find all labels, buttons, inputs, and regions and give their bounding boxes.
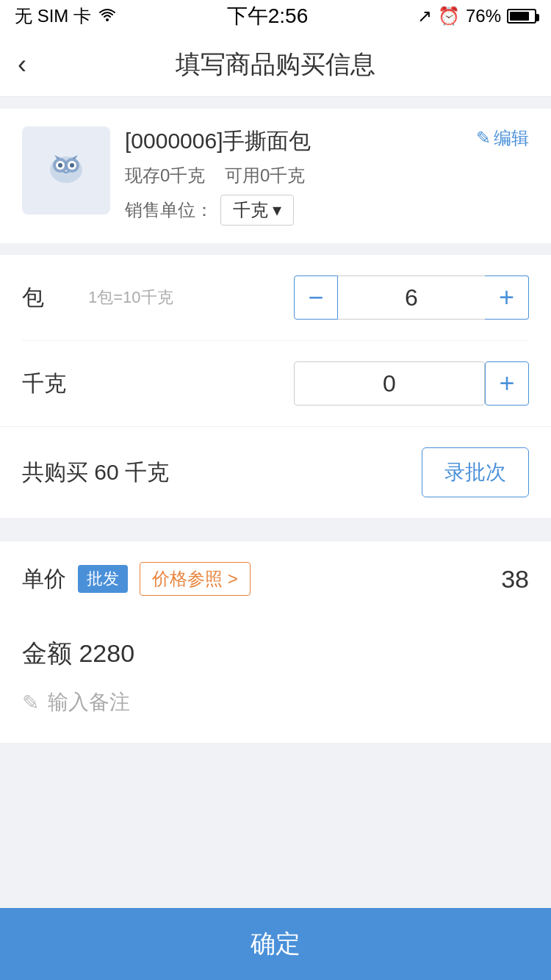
unit-select[interactable]: 千克 ▾ bbox=[220, 195, 294, 226]
qty-controls-bag: − + bbox=[294, 275, 529, 320]
stock-text: 现存0千克 bbox=[125, 165, 205, 185]
status-right: ↗ ⏰ 76% bbox=[417, 6, 536, 26]
qty-label-bag: 包 bbox=[22, 283, 81, 313]
unit-label: 销售单位： bbox=[125, 198, 213, 222]
qty-label-kg: 千克 bbox=[22, 369, 81, 399]
available-text: 可用0千克 bbox=[225, 165, 305, 185]
amount-label: 金额 2280 bbox=[22, 637, 529, 671]
unit-dropdown-icon: ▾ bbox=[273, 200, 281, 220]
svg-point-6 bbox=[58, 163, 62, 167]
qty-input-kg[interactable] bbox=[294, 361, 485, 406]
product-icon bbox=[44, 149, 88, 192]
page-title: 填写商品购买信息 bbox=[176, 48, 375, 82]
qty-controls-kg: + bbox=[294, 361, 529, 406]
increment-bag-button[interactable]: + bbox=[485, 275, 529, 320]
battery-icon bbox=[507, 9, 536, 24]
amount-card: 金额 2280 ✎ 输入备注 bbox=[0, 616, 551, 743]
qty-input-bag[interactable] bbox=[338, 275, 485, 320]
location-icon: ↗ bbox=[417, 6, 432, 26]
summary-row: 共购买 60 千克 录批次 bbox=[0, 426, 551, 518]
status-time: 下午2:56 bbox=[227, 2, 309, 30]
nav-bar: ‹ 填写商品购买信息 bbox=[0, 32, 551, 97]
edit-button[interactable]: ✎ 编辑 bbox=[476, 126, 529, 150]
top-divider bbox=[0, 97, 551, 109]
svg-point-0 bbox=[106, 18, 109, 21]
decrement-bag-button[interactable]: − bbox=[294, 275, 338, 320]
product-unit: 销售单位： 千克 ▾ bbox=[125, 195, 529, 226]
price-section: 单价 批发 价格参照 > 38 bbox=[0, 541, 551, 616]
qty-hint-bag: 1包=10千克 bbox=[88, 287, 294, 309]
increment-kg-button[interactable]: + bbox=[485, 361, 529, 406]
confirm-button[interactable]: 确定 bbox=[251, 927, 300, 961]
quantity-row-kg: 千克 + bbox=[22, 341, 529, 426]
product-stock: 现存0千克 可用0千克 bbox=[125, 164, 529, 187]
product-thumbnail bbox=[22, 126, 110, 215]
battery-percent: 76% bbox=[466, 6, 501, 26]
edit-icon: ✎ bbox=[476, 128, 491, 148]
summary-text: 共购买 60 千克 bbox=[22, 458, 169, 488]
confirm-bar[interactable]: 确定 bbox=[0, 908, 551, 980]
edit-label: 编辑 bbox=[494, 126, 529, 150]
mid-divider-1 bbox=[0, 243, 551, 255]
wifi-icon bbox=[97, 6, 118, 26]
price-ref-button[interactable]: 价格参照 > bbox=[140, 562, 251, 596]
alarm-icon: ⏰ bbox=[438, 6, 460, 26]
batch-button[interactable]: 录批次 bbox=[422, 447, 529, 497]
product-card: [0000006]手撕面包 现存0千克 可用0千克 销售单位： 千克 ▾ ✎ 编… bbox=[0, 109, 551, 243]
price-value: 38 bbox=[501, 565, 529, 594]
note-icon: ✎ bbox=[22, 691, 39, 715]
status-bar: 无 SIM 卡 下午2:56 ↗ ⏰ 76% bbox=[0, 0, 551, 32]
price-ref-label: 价格参照 > bbox=[152, 567, 238, 591]
svg-point-7 bbox=[70, 163, 74, 167]
note-row: ✎ 输入备注 bbox=[22, 682, 529, 722]
mid-divider-2 bbox=[0, 518, 551, 530]
product-info: [0000006]手撕面包 现存0千克 可用0千克 销售单位： 千克 ▾ bbox=[125, 126, 529, 226]
carrier-text: 无 SIM 卡 bbox=[15, 4, 91, 28]
price-label: 单价 bbox=[22, 564, 66, 594]
price-tag: 批发 bbox=[78, 565, 128, 593]
note-placeholder[interactable]: 输入备注 bbox=[48, 688, 130, 716]
back-button[interactable]: ‹ bbox=[18, 49, 26, 80]
price-row: 单价 批发 价格参照 > 38 bbox=[22, 562, 529, 596]
product-name: [0000006]手撕面包 bbox=[125, 126, 529, 156]
amount-area: 金额 2280 ✎ 输入备注 bbox=[0, 616, 551, 743]
unit-value: 千克 bbox=[233, 198, 268, 222]
quantity-row-bag: 包 1包=10千克 − + bbox=[22, 255, 529, 341]
quantity-section: 包 1包=10千克 − + 千克 + bbox=[0, 255, 551, 426]
status-left: 无 SIM 卡 bbox=[15, 4, 118, 28]
